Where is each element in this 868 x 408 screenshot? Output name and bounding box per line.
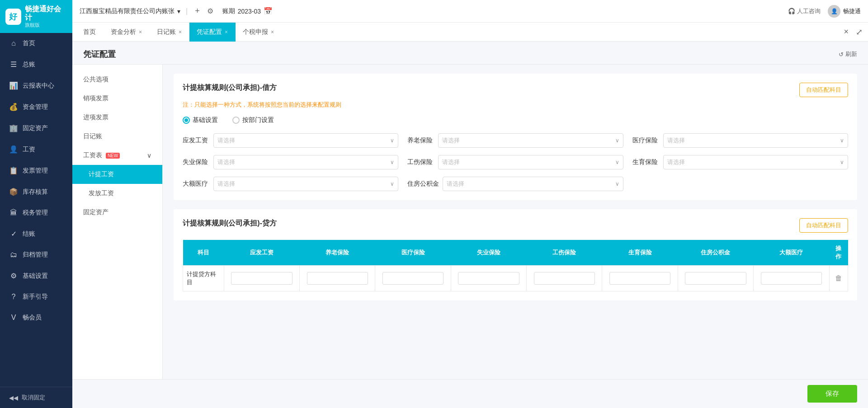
tab-voucher[interactable]: 凭证配置 × — [189, 23, 236, 42]
cell-large-medical[interactable] — [754, 266, 829, 291]
sidebar-item-invoice[interactable]: 📋 发票管理 — [0, 160, 72, 181]
nav-pay-payroll-label: 发放工资 — [89, 189, 114, 197]
radio-basic-label: 基础设置 — [193, 116, 218, 124]
table-row: 计提贷方科目 🗑 — [183, 266, 848, 291]
tab-journal[interactable]: 日记账 × — [150, 23, 189, 42]
label-pension: 养老保险 — [407, 136, 434, 145]
select-unemployment-arrow: ∨ — [390, 159, 394, 165]
form-grid: 应发工资 请选择 ∨ 养老保险 请选择 ∨ — [183, 133, 848, 191]
nav-public[interactable]: 公共选项 — [72, 70, 162, 89]
add-company-button[interactable]: + — [193, 6, 202, 16]
select-pension-placeholder: 请选择 — [442, 136, 460, 145]
input-housing[interactable] — [685, 272, 746, 285]
nav-payroll-group[interactable]: 工资表 NEW ∨ — [72, 146, 162, 165]
period-selector[interactable]: 账期 2023-03 📅 — [222, 7, 273, 15]
sidebar-pin-toggle[interactable]: ◀◀ 取消固定 — [0, 387, 72, 408]
input-pension[interactable] — [307, 272, 368, 285]
tabbar: 首页 资金分析 × 日记账 × 凭证配置 × 个税申报 × × ⤢ — [72, 23, 868, 42]
sidebar-item-archive[interactable]: 🗂 归档管理 — [0, 244, 72, 265]
cell-salary[interactable] — [224, 266, 299, 291]
select-large-medical[interactable]: 请选择 ∨ — [213, 177, 398, 191]
tab-journal-close[interactable]: × — [179, 29, 182, 35]
tab-voucher-close[interactable]: × — [225, 29, 228, 35]
cell-pension[interactable] — [300, 266, 375, 291]
nav-purchase[interactable]: 进项发票 — [72, 108, 162, 127]
nav-journal[interactable]: 日记账 — [72, 127, 162, 146]
tab-tax-close[interactable]: × — [271, 29, 274, 35]
radio-department-circle — [232, 117, 240, 124]
select-maternity[interactable]: 请选择 ∨ — [663, 155, 848, 169]
refresh-button[interactable]: ↺ 刷新 — [839, 50, 857, 58]
tab-journal-label: 日记账 — [157, 28, 176, 36]
input-maternity[interactable] — [609, 272, 670, 285]
tab-home[interactable]: 首页 — [76, 23, 104, 42]
select-pension[interactable]: 请选择 ∨ — [438, 133, 623, 148]
sidebar-label-closing: 结账 — [23, 230, 35, 238]
sidebar-item-payroll[interactable]: 👤 工资 — [0, 139, 72, 160]
sidebar-label-funds: 资金管理 — [23, 103, 48, 111]
select-injury-placeholder: 请选择 — [442, 158, 460, 166]
avatar-icon: 👤 — [831, 8, 838, 14]
sidebar-item-inventory[interactable]: 📦 库存核算 — [0, 181, 72, 202]
section2-header: 计提核算规则(公司承担)-贷方 自动匹配科目 — [183, 218, 848, 233]
topbar-settings-icon[interactable]: ⚙ — [207, 7, 213, 15]
auto-match-debit-button[interactable]: 自动匹配科目 — [799, 83, 848, 97]
company-selector[interactable]: 江西服宝精品有限责任公司内账张 ▾ — [80, 7, 180, 15]
tab-tax[interactable]: 个税申报 × — [236, 23, 282, 42]
sidebar-item-home[interactable]: ⌂ 首页 — [0, 33, 72, 54]
sidebar-item-assets[interactable]: 🏢 固定资产 — [0, 117, 72, 139]
sidebar-item-closing[interactable]: ✓ 结账 — [0, 223, 72, 244]
nav-calc-payroll[interactable]: 计提工资 — [72, 165, 162, 184]
input-injury[interactable] — [534, 272, 595, 285]
input-salary[interactable] — [231, 272, 292, 285]
select-medical-arrow: ∨ — [840, 137, 844, 144]
nav-sales[interactable]: 销项发票 — [72, 89, 162, 108]
expand-button[interactable]: ⤢ — [854, 25, 864, 39]
sidebar-item-member[interactable]: V 畅会员 — [0, 307, 72, 328]
save-button[interactable]: 保存 — [807, 385, 857, 403]
support-button[interactable]: 🎧 人工咨询 — [788, 7, 821, 15]
user-menu[interactable]: 👤 畅捷通 — [828, 5, 861, 18]
sidebar-item-funds[interactable]: 💰 资金管理 — [0, 96, 72, 117]
select-salary-arrow: ∨ — [390, 137, 394, 144]
pin-label: 取消固定 — [22, 394, 45, 402]
select-unemployment[interactable]: 请选择 ∨ — [213, 155, 398, 169]
input-medical[interactable] — [382, 272, 443, 285]
cell-medical[interactable] — [375, 266, 451, 291]
th-salary: 应发工资 — [224, 240, 299, 266]
cell-unemployment[interactable] — [451, 266, 526, 291]
tab-fund-close[interactable]: × — [139, 29, 142, 35]
auto-match-credit-button[interactable]: 自动匹配科目 — [799, 218, 848, 233]
form-item-housing: 住房公积金 请选择 ∨ — [407, 177, 623, 191]
sidebar-label-invoice: 发票管理 — [23, 167, 48, 175]
sidebar-logo[interactable]: 好 畅捷通好会计 旗舰版 — [0, 0, 72, 33]
guide-icon: ? — [9, 293, 18, 301]
sidebar-item-tax[interactable]: 🏛 税务管理 — [0, 202, 72, 223]
label-maternity: 生育保险 — [632, 158, 660, 166]
nav-fixed-assets[interactable]: 固定资产 — [72, 203, 162, 222]
sidebar-item-settings[interactable]: ⚙ 基础设置 — [0, 265, 72, 286]
input-unemployment[interactable] — [458, 272, 519, 285]
sidebar-item-reports[interactable]: 📊 云报表中心 — [0, 75, 72, 96]
select-medical-placeholder: 请选择 — [667, 136, 685, 145]
user-name: 畅捷通 — [843, 7, 861, 15]
radio-basic[interactable]: 基础设置 — [183, 116, 218, 124]
cell-maternity[interactable] — [602, 266, 678, 291]
sidebar-item-ledger[interactable]: ☰ 总账 — [0, 54, 72, 75]
input-large-medical[interactable] — [761, 272, 822, 285]
cell-injury[interactable] — [527, 266, 602, 291]
radio-department[interactable]: 按部门设置 — [232, 116, 274, 124]
select-housing[interactable]: 请选择 ∨ — [443, 177, 623, 191]
select-injury[interactable]: 请选择 ∨ — [438, 155, 623, 169]
sidebar-item-guide[interactable]: ? 新手引导 — [0, 286, 72, 307]
select-medical[interactable]: 请选择 ∨ — [663, 133, 848, 148]
topbar: 江西服宝精品有限责任公司内账张 ▾ | + ⚙ 账期 2023-03 📅 🎧 人… — [72, 0, 868, 23]
tab-home-label: 首页 — [83, 28, 96, 36]
cell-housing[interactable] — [678, 266, 753, 291]
tab-fund[interactable]: 资金分析 × — [104, 23, 150, 42]
nav-pay-payroll[interactable]: 发放工资 — [72, 184, 162, 203]
select-salary[interactable]: 请选择 ∨ — [213, 133, 398, 148]
delete-row-button[interactable]: 🗑 — [835, 274, 842, 282]
sidebar-label-assets: 固定资产 — [23, 124, 48, 132]
close-all-button[interactable]: × — [842, 25, 850, 38]
